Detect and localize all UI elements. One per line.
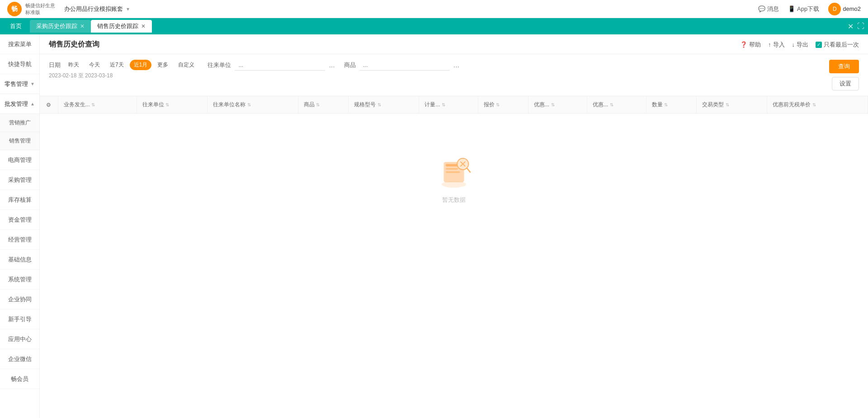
date-btn-1month[interactable]: 近1月 — [130, 60, 152, 70]
message-icon: 💬 — [758, 5, 765, 12]
table-col-discount2[interactable]: 优惠... ⇅ — [587, 96, 646, 114]
filter-area: 日期 昨天 今天 近7天 近1月 更多 自定义 2023-02-18 至 202… — [40, 54, 868, 96]
only-last-checkbox-label[interactable]: ✓ 只看最后一次 — [816, 41, 859, 49]
product-label: 商品 — [344, 61, 356, 69]
empty-text: 暂无数据 — [442, 196, 466, 204]
table-col-date[interactable]: 业务发生... ⇅ — [58, 96, 137, 114]
sidebar-item-wholesale[interactable]: 批发管理 ▲ — [0, 94, 39, 114]
table-col-price[interactable]: 报价 ⇅ — [478, 96, 528, 114]
app-download-action[interactable]: 📱 App下载 — [788, 5, 819, 13]
table-col-pretax-price[interactable]: 优惠前无税单价 ⇅ — [767, 96, 868, 114]
data-table: ⚙ 业务发生... ⇅ 往来单位 ⇅ 往来单位名称 ⇅ — [40, 96, 868, 240]
sort-icon: ⇅ — [442, 102, 445, 107]
date-btn-yesterday[interactable]: 昨天 — [64, 60, 83, 70]
date-btn-today[interactable]: 今天 — [85, 60, 104, 70]
sidebar-item-inventory[interactable]: 库存核算 — [0, 190, 39, 210]
sidebar-item-retail[interactable]: 零售管理 ▼ — [0, 74, 39, 94]
table-col-product[interactable]: 商品 ⇅ — [298, 96, 349, 114]
sort-icon: ⇅ — [812, 102, 816, 107]
sidebar-item-operations[interactable]: 经营管理 — [0, 230, 39, 250]
date-buttons: 昨天 今天 近7天 近1月 更多 自定义 — [64, 60, 198, 70]
chevron-down-icon: ▼ — [30, 81, 35, 86]
sidebar: 搜索菜单 快捷导航 零售管理 ▼ 批发管理 ▲ 营销推广 销售管理 电商管理 采… — [0, 34, 40, 418]
table-col-qty[interactable]: 数量 ⇅ — [646, 96, 697, 114]
tab-purchase-history[interactable]: 采购历史价跟踪 ✕ — [30, 20, 91, 33]
date-btn-more[interactable]: 更多 — [153, 60, 172, 70]
table-body: 暂无数据 — [40, 114, 868, 241]
close-tab1-button[interactable]: ✕ — [80, 23, 85, 29]
date-btn-custom[interactable]: 自定义 — [174, 60, 198, 70]
sidebar-item-quick-nav[interactable]: 快捷导航 — [0, 54, 39, 74]
avatar: D — [828, 3, 841, 15]
sidebar-item-member[interactable]: 畅会员 — [0, 369, 39, 389]
sort-icon: ⇅ — [610, 102, 613, 107]
table-col-trade-type[interactable]: 交易类型 ⇅ — [697, 96, 767, 114]
sort-icon: ⇅ — [664, 102, 668, 107]
sidebar-item-ecommerce[interactable]: 电商管理 — [0, 150, 39, 170]
sidebar-item-marketing[interactable]: 营销推广 — [0, 114, 39, 132]
sort-icon: ⇅ — [377, 102, 381, 107]
table-col-unit[interactable]: 计量... ⇅ — [419, 96, 478, 114]
query-button[interactable]: 查询 — [829, 60, 859, 73]
empty-state-cell: 暂无数据 — [40, 114, 868, 241]
page-header: 销售历史价查询 ❓ 帮助 ↑ 导入 ↓ 导出 ✓ — [40, 34, 868, 54]
sidebar-item-guide[interactable]: 新手引导 — [0, 309, 39, 329]
sidebar-item-app-center[interactable]: 应用中心 — [0, 329, 39, 349]
page-title-row: 销售历史价查询 ❓ 帮助 ↑ 导入 ↓ 导出 ✓ — [49, 40, 859, 54]
table-col-spec[interactable]: 规格型号 ⇅ — [349, 96, 419, 114]
app-logo: 畅 — [7, 2, 22, 16]
table-col-partner-code[interactable]: 往来单位 ⇅ — [137, 96, 208, 114]
svg-rect-4 — [446, 171, 460, 173]
export-icon: ↓ — [792, 41, 795, 48]
table-gear-th[interactable]: ⚙ — [40, 96, 58, 114]
close-tab2-button[interactable]: ✕ — [141, 23, 146, 29]
table-header-row: ⚙ 业务发生... ⇅ 往来单位 ⇅ 往来单位名称 ⇅ — [40, 96, 868, 114]
breadcrumb-dropdown-icon[interactable]: ▾ — [127, 6, 129, 12]
product-filter-group: 商品 ... — [344, 60, 459, 71]
message-action[interactable]: 💬 消息 — [758, 5, 779, 13]
tab-sales-history[interactable]: 销售历史价跟踪 ✕ — [91, 20, 152, 33]
username: demo2 — [843, 5, 861, 12]
import-action[interactable]: ↑ 导入 — [768, 41, 785, 49]
sort-icon: ⇅ — [247, 102, 251, 107]
sidebar-item-enterprise[interactable]: 企业协同 — [0, 290, 39, 309]
sidebar-item-system[interactable]: 系统管理 — [0, 270, 39, 290]
sidebar-item-wechat[interactable]: 企业微信 — [0, 349, 39, 369]
sort-icon: ⇅ — [91, 102, 95, 107]
product-input[interactable] — [359, 60, 450, 71]
empty-state-row: 暂无数据 — [40, 114, 868, 241]
sort-icon: ⇅ — [316, 102, 320, 107]
source-input[interactable] — [235, 60, 325, 71]
sidebar-item-purchase[interactable]: 采购管理 — [0, 170, 39, 190]
table-col-discount1[interactable]: 优惠... ⇅ — [528, 96, 587, 114]
header-right: 💬 消息 📱 App下载 D demo2 — [758, 3, 861, 15]
tab-controls: ✕ ⛶ — [848, 22, 864, 31]
sort-icon: ⇅ — [496, 102, 500, 107]
settings-button[interactable]: 设置 — [832, 77, 859, 90]
sidebar-item-basic-info[interactable]: 基础信息 — [0, 250, 39, 270]
export-action[interactable]: ↓ 导出 — [792, 41, 809, 49]
empty-illustration — [434, 150, 474, 190]
breadcrumb: 办公用品行业模拟账套 ▾ — [64, 5, 758, 13]
source-filter-group: 往来单位 ... — [208, 60, 335, 71]
help-action[interactable]: ❓ 帮助 — [740, 41, 761, 49]
user-area[interactable]: D demo2 — [828, 3, 861, 15]
sidebar-item-search[interactable]: 搜索菜单 — [0, 34, 39, 54]
sidebar-item-sales-mgmt[interactable]: 销售管理 — [0, 132, 39, 150]
sidebar-item-finance[interactable]: 资金管理 — [0, 210, 39, 230]
main-area: 搜索菜单 快捷导航 零售管理 ▼ 批发管理 ▲ 营销推广 销售管理 电商管理 采… — [0, 34, 868, 418]
sort-icon: ⇅ — [551, 102, 555, 107]
logo-text: 畅捷信好生意 标准版 — [25, 2, 55, 15]
product-dots-button[interactable]: ... — [453, 61, 459, 69]
maximize-button[interactable]: ⛶ — [857, 22, 864, 30]
date-btn-7days[interactable]: 近7天 — [106, 60, 128, 70]
logo-area: 畅 畅捷信好生意 标准版 — [7, 2, 55, 16]
chevron-up-icon: ▲ — [30, 101, 35, 106]
table-col-partner-name[interactable]: 往来单位名称 ⇅ — [208, 96, 298, 114]
svg-line-8 — [467, 168, 470, 172]
breadcrumb-label: 办公用品行业模拟账套 — [64, 5, 123, 13]
close-all-tabs-button[interactable]: ✕ — [848, 22, 854, 31]
source-label: 往来单位 — [208, 61, 231, 69]
tab-home[interactable]: 首页 — [4, 20, 28, 33]
source-dots-button[interactable]: ... — [329, 61, 335, 69]
